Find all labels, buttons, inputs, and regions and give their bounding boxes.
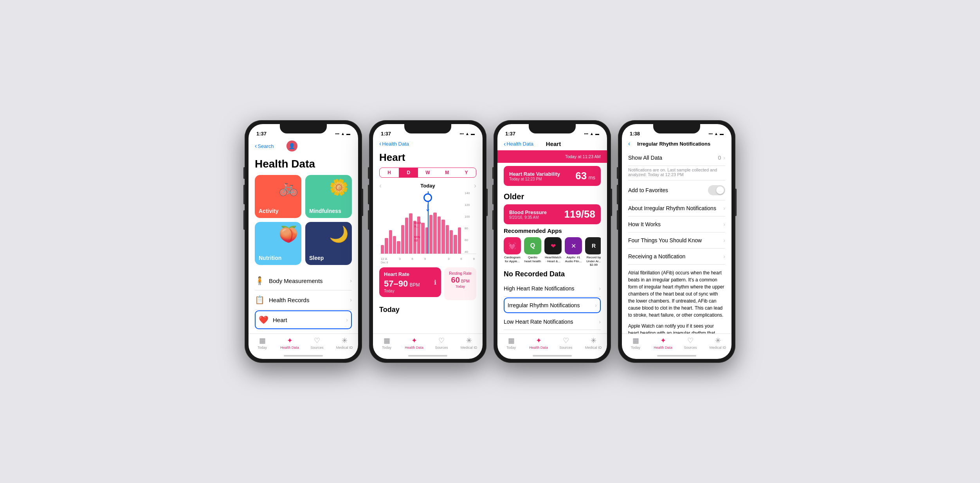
settings-favorites[interactable]: Add to Favorites [628, 180, 725, 200]
phone-4: 1:38 ▪▪▪ ▲ ▬ ‹ Irregular Rhythm Notifica… [618, 120, 735, 363]
bar-2 [385, 238, 388, 254]
body-icon: 🧍 [255, 276, 264, 285]
time-btn-m[interactable]: M [438, 168, 457, 177]
app-cardiogram-icon: 💓 [504, 237, 521, 254]
y-label-80: 80 [465, 227, 476, 230]
nutrition-label: Nutrition [259, 255, 297, 261]
tab-today-4[interactable]: ▦ Today [622, 336, 649, 350]
chart-arrow: ↓ [425, 201, 431, 213]
settings-four-things[interactable]: Four Things You Should Know › [628, 232, 725, 249]
app-heartwatch-symbol: ❤ [551, 242, 556, 250]
tab-medical-label-3: Medical ID [585, 346, 602, 350]
top-date-card: Today at 11:23 AM [497, 150, 607, 163]
apps-section: Recommended Apps 💓 Cardiogram for Apple.… [497, 227, 607, 267]
activity-icon: 🚲 [279, 178, 298, 196]
category-activity[interactable]: 🚲 Activity [255, 175, 301, 218]
bar-17 [446, 225, 449, 254]
tab-health-1[interactable]: ✦ Health Data [276, 336, 303, 350]
tab-today-2[interactable]: ▦ Today [373, 336, 400, 350]
list-item-records[interactable]: 📋 Health Records › [255, 290, 352, 310]
resting-value: 60 [451, 276, 460, 284]
hrv-info: Heart Rate Variability Today at 12:23 PM [509, 171, 560, 181]
notif-irregular[interactable]: Irregular Rhythm Notifications › [504, 297, 601, 313]
settings-how-it-works[interactable]: How It Works › [628, 216, 725, 232]
chart-area: ↓ MAX9... MIN57 140 120 100 80 60 40 [379, 191, 476, 254]
records-chevron: › [350, 297, 352, 303]
heart-rate-info-icon[interactable]: ℹ [434, 279, 436, 286]
chart-screen: Heart H D W M Y ‹ Today › [373, 150, 483, 333]
category-sleep[interactable]: 🌙 Sleep [305, 222, 352, 265]
time-btn-y[interactable]: Y [457, 168, 476, 177]
app-cardiogram[interactable]: 💓 Cardiogram for Apple... [504, 237, 521, 267]
time-btn-h[interactable]: H [380, 168, 399, 177]
profile-icon-1[interactable]: 👤 [286, 141, 297, 151]
heart-rate-unit: BPM [410, 282, 420, 288]
tab-sources-1[interactable]: ♡ Sources [303, 336, 331, 350]
home-indicator-4 [657, 355, 696, 357]
heart-rate-card-label: Heart Rate [384, 271, 420, 277]
category-nutrition[interactable]: 🍑 Nutrition [255, 222, 301, 265]
phone-1-screen: 1:37 ▪▪▪ ▲ ▬ ‹ Search 👤 [249, 124, 358, 359]
heart-rate-card: Heart Rate 57–90 BPM Today ℹ [379, 267, 441, 297]
wifi-icon-4: ▲ [714, 132, 718, 136]
tab-medical-1[interactable]: ✳ Medical ID [331, 336, 358, 350]
tab-today-1[interactable]: ▦ Today [249, 336, 276, 350]
time-btn-w[interactable]: W [418, 168, 437, 177]
nav-bar-3: ‹ Health Data Heart [497, 139, 607, 150]
list-item-body[interactable]: 🧍 Body Measurements › [255, 271, 352, 290]
bp-info: Blood Pressure 9/20/16, 9:35 AM [509, 209, 547, 220]
settings-receiving[interactable]: Receiving a Notification › [628, 249, 725, 265]
resting-unit: BPM [461, 279, 470, 283]
app-record[interactable]: R Record by Under Ar... $2.99 [585, 237, 601, 267]
health-data-title: Health Data [255, 155, 352, 175]
notif-low-heart[interactable]: Low Heart Rate Notifications › [504, 314, 601, 330]
chart-prev-btn[interactable]: ‹ [379, 182, 382, 190]
tab-sources-2[interactable]: ♡ Sources [428, 336, 455, 350]
chart-next-btn[interactable]: › [474, 182, 476, 190]
back-button-1[interactable]: ‹ Search [255, 143, 274, 149]
list-item-repro[interactable]: ❄️ Reproductive Health › [255, 330, 352, 333]
app-aaptiv[interactable]: ✕ Aaptiv: #1 Audio Fitn... [565, 237, 582, 267]
bar-20 [458, 227, 461, 254]
tab-sources-4[interactable]: ♡ Sources [677, 336, 704, 350]
show-all-chevron: › [723, 155, 725, 161]
app-qardio[interactable]: Q Qardio heart health [524, 237, 541, 267]
tab-sources-label-4: Sources [684, 346, 697, 350]
chart-x-labels: 12 ADec 6 3 6 9 3 6 9 [379, 257, 476, 264]
tab-sources-3[interactable]: ♡ Sources [552, 336, 580, 350]
notif-high-heart[interactable]: High Heart Rate Notifications › [504, 281, 601, 297]
tab-medical-4[interactable]: ✳ Medical ID [704, 336, 731, 350]
category-mindfulness[interactable]: 🌼 Mindfulness [305, 175, 352, 218]
tab-health-4[interactable]: ✦ Health Data [649, 336, 677, 350]
tab-medical-label-1: Medical ID [336, 346, 353, 350]
about-chevron: › [723, 205, 725, 211]
back-button-3[interactable]: ‹ Health Data [504, 141, 533, 147]
nav-right-1: 👤 [274, 141, 297, 151]
settings-about[interactable]: About Irregular Rhythm Notifications › [628, 200, 725, 216]
app-record-name: Record by Under Ar... $2.99 [585, 256, 601, 267]
phones-container: 1:37 ▪▪▪ ▲ ▬ ‹ Search 👤 [245, 120, 735, 363]
tab-health-2[interactable]: ✦ Health Data [400, 336, 428, 350]
heart-rate-value-row: 57–90 BPM [384, 279, 420, 289]
tab-medical-3[interactable]: ✳ Medical ID [580, 336, 607, 350]
back-button-2[interactable]: ‹ Health Data [379, 141, 409, 147]
app-heartwatch[interactable]: ❤ HeartWatch · Heart &... [544, 237, 562, 267]
app-qardio-icon: Q [524, 237, 541, 254]
bar-3 [389, 230, 392, 254]
body-para-1: Atrial fibrillation (AFib) occurs when t… [628, 269, 725, 319]
tab-medical-icon-4: ✳ [715, 336, 721, 345]
y-label-60: 60 [465, 238, 476, 242]
tab-today-3[interactable]: ▦ Today [497, 336, 525, 350]
today-section: Today [379, 303, 476, 316]
settings-show-all[interactable]: Show All Data 0 › [628, 150, 725, 166]
bar-19 [454, 235, 457, 254]
phone-3-screen: 1:37 ▪▪▪ ▲ ▬ ‹ Health Data Heart Today a… [497, 124, 607, 359]
notch-3 [529, 124, 576, 133]
list-item-heart[interactable]: ❤️ Heart › [255, 310, 352, 329]
tab-medical-2[interactable]: ✳ Medical ID [455, 336, 483, 350]
irregular-label: Irregular Rhythm Notifications [508, 302, 595, 308]
time-btn-d[interactable]: D [399, 168, 418, 177]
favorites-toggle[interactable] [708, 185, 725, 195]
time-selector: H D W M Y [379, 168, 476, 178]
tab-health-3[interactable]: ✦ Health Data [525, 336, 552, 350]
